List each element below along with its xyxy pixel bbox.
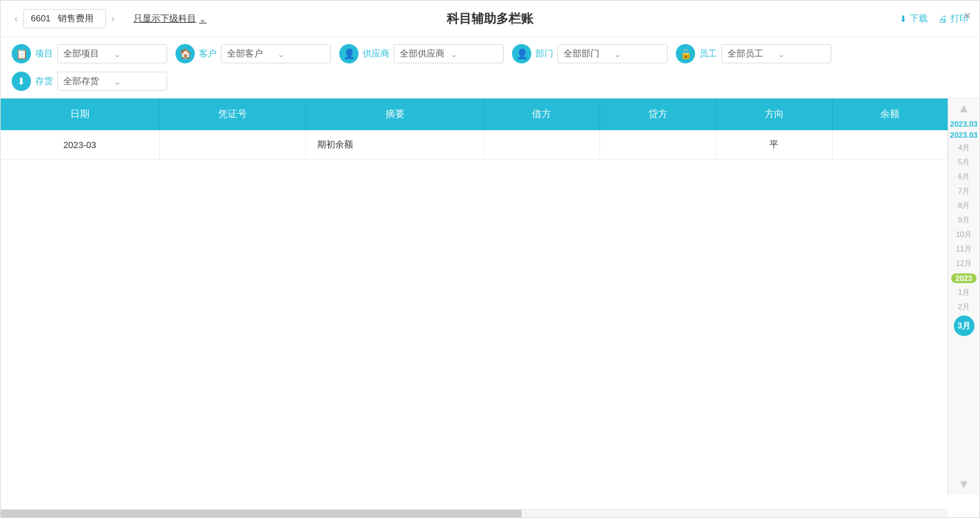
account-nav: ‹ 6601 销售费用 › (12, 9, 117, 28)
cell-credit (599, 130, 716, 160)
scroll-thumb (1, 510, 522, 517)
timeline-month-2[interactable]: 2月 (948, 300, 979, 314)
project-value: 全部项目 (63, 48, 111, 60)
show-sub-arrow: ⌄ (199, 14, 206, 24)
department-select[interactable]: 全部部门 ⌄ (557, 44, 668, 63)
account-code-text: 6601 (31, 13, 51, 23)
timeline-month-1[interactable]: 1月 (948, 285, 979, 300)
customer-icon: 🏠 (175, 44, 195, 63)
horizontal-scrollbar[interactable] (1, 509, 948, 517)
data-table: 日期 凭证号 摘要 借方 贷方 方向 余额 2023-03 期初余额 (1, 99, 948, 160)
timeline-month-10[interactable]: 10月 (948, 227, 979, 242)
header-actions: ⬇ 下载 🖨 打印 (899, 12, 968, 25)
filter-group-supplier: 👤 供应商 全部供应商 ⌄ (339, 44, 504, 63)
inventory-select[interactable]: 全部存货 ⌄ (57, 72, 167, 91)
department-icon: 👤 (512, 44, 531, 63)
timeline-month-4[interactable]: 4月 (948, 141, 979, 155)
timeline-month-5[interactable]: 5月 (948, 155, 979, 169)
cell-debit (484, 130, 600, 160)
cell-date: 2023-03 (1, 130, 159, 160)
filter-group-employee: 🔒 员工 全部员工 ⌄ (676, 44, 831, 63)
timeline: ▲ 2023.03 2023.03 4月 5月 6月 7月 8月 9月 10月 … (948, 99, 979, 495)
filters: 📋 项目 全部项目 ⌄ 🏠 客户 全部客户 ⌄ 👤 供应商 全部供应商 ⌄ (1, 37, 979, 99)
close-button[interactable]: × (963, 9, 971, 23)
supplier-dropdown-arrow: ⌄ (450, 49, 498, 59)
col-balance: 余额 (832, 99, 947, 130)
download-button[interactable]: ⬇ 下载 (899, 12, 928, 25)
timeline-month-12[interactable]: 12月 (948, 256, 979, 271)
filter-group-project: 📋 项目 全部项目 ⌄ (12, 44, 167, 63)
employee-value: 全部员工 (727, 48, 775, 60)
col-date: 日期 (1, 99, 159, 130)
inventory-icon: ⬇ (12, 72, 31, 91)
filter-group-customer: 🏠 客户 全部客户 ⌄ (175, 44, 331, 63)
col-debit: 借方 (484, 99, 600, 130)
timeline-month-8[interactable]: 8月 (948, 198, 979, 213)
timeline-down-arrow[interactable]: ▼ (955, 475, 973, 495)
table-area: 日期 凭证号 摘要 借方 贷方 方向 余额 2023-03 期初余额 (1, 99, 948, 495)
inventory-dropdown-arrow: ⌄ (114, 76, 161, 87)
page-title: 科目辅助多栏账 (447, 10, 533, 27)
year-badge-container: 2023 (951, 271, 976, 285)
table-header-row: 日期 凭证号 摘要 借方 贷方 方向 余额 (1, 99, 948, 130)
customer-value: 全部客户 (227, 48, 275, 60)
header: ‹ 6601 销售费用 › 只显示下级科目 ⌄ 科目辅助多栏账 ⬇ 下载 🖨 打… (1, 1, 979, 37)
col-summary: 摘要 (306, 99, 484, 130)
active-month-container: 3月 (954, 314, 974, 338)
download-label: 下载 (910, 12, 928, 25)
project-icon: 📋 (12, 44, 31, 63)
timeline-date-2023-03-first[interactable]: 2023.03 (948, 118, 979, 130)
timeline-month-9[interactable]: 9月 (948, 213, 979, 227)
department-value: 全部部门 (564, 48, 611, 60)
customer-select[interactable]: 全部客户 ⌄ (221, 44, 331, 63)
table-row: 2023-03 期初余额 平 (1, 130, 948, 160)
timeline-date-2023-03-second[interactable]: 2023.03 (948, 130, 979, 141)
employee-select[interactable]: 全部员工 ⌄ (721, 44, 831, 63)
main-window: ‹ 6601 销售费用 › 只显示下级科目 ⌄ 科目辅助多栏账 ⬇ 下载 🖨 打… (0, 0, 980, 518)
active-month-circle[interactable]: 3月 (954, 315, 974, 336)
prev-account-arrow[interactable]: ‹ (12, 12, 21, 25)
supplier-value: 全部供应商 (400, 48, 447, 60)
timeline-up-arrow[interactable]: ▲ (955, 99, 973, 118)
timeline-month-6[interactable]: 6月 (948, 169, 979, 184)
inventory-value: 全部存货 (63, 75, 111, 87)
project-label: 项目 (35, 48, 53, 60)
year-badge: 2023 (951, 273, 976, 283)
col-voucher: 凭证号 (159, 99, 306, 130)
print-icon: 🖨 (939, 14, 948, 24)
employee-label: 员工 (699, 48, 717, 60)
customer-label: 客户 (199, 48, 217, 60)
cell-balance (832, 130, 947, 160)
account-code[interactable]: 6601 销售费用 (23, 9, 106, 28)
department-dropdown-arrow: ⌄ (614, 49, 661, 59)
download-icon: ⬇ (899, 14, 907, 24)
employee-dropdown-arrow: ⌄ (778, 49, 825, 59)
col-credit: 贷方 (599, 99, 716, 130)
next-account-arrow[interactable]: › (109, 12, 118, 25)
project-dropdown-arrow: ⌄ (114, 49, 161, 59)
filter-group-inventory: ⬇ 存货 全部存货 ⌄ (12, 72, 167, 91)
cell-voucher (159, 130, 306, 160)
cell-summary: 期初余额 (306, 130, 484, 160)
supplier-icon: 👤 (339, 44, 359, 63)
supplier-select[interactable]: 全部供应商 ⌄ (394, 44, 504, 63)
filter-group-department: 👤 部门 全部部门 ⌄ (512, 44, 668, 63)
employee-icon: 🔒 (676, 44, 695, 63)
timeline-month-7[interactable]: 7月 (948, 184, 979, 198)
customer-dropdown-arrow: ⌄ (277, 49, 325, 59)
cell-direction: 平 (716, 130, 832, 160)
account-name-text: 销售费用 (58, 13, 94, 23)
timeline-month-11[interactable]: 11月 (948, 242, 979, 256)
show-sub-toggle[interactable]: 只显示下级科目 ⌄ (134, 12, 206, 25)
project-select[interactable]: 全部项目 ⌄ (57, 44, 167, 63)
department-label: 部门 (535, 48, 553, 60)
col-direction: 方向 (716, 99, 832, 130)
inventory-label: 存货 (35, 75, 53, 87)
supplier-label: 供应商 (363, 48, 390, 60)
show-sub-label: 只显示下级科目 (134, 12, 196, 25)
